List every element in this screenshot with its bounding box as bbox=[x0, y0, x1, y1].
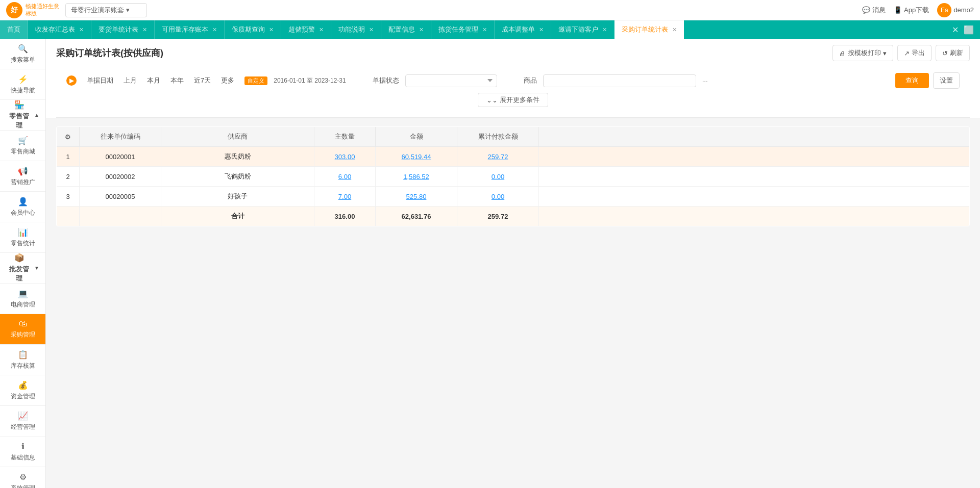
tab-close-invite[interactable]: ✕ bbox=[602, 27, 607, 33]
table-row[interactable]: 3 00020005 好孩子 7.00 525.80 0.00 bbox=[57, 187, 970, 207]
row-paid: 259.72 bbox=[457, 147, 539, 167]
filter-area: ▶ 单据日期 上月 本月 本年 近7天 更多 自定义 2016-01-01 至 … bbox=[56, 66, 970, 118]
shortcut-this-month[interactable]: 本月 bbox=[143, 75, 164, 86]
tab-close-picking[interactable]: ✕ bbox=[482, 27, 487, 33]
export-button[interactable]: ↗ 导出 bbox=[897, 45, 932, 61]
footer-label: 合计 bbox=[161, 207, 314, 226]
status-select[interactable] bbox=[405, 74, 497, 87]
footer-qty: 316.00 bbox=[314, 207, 376, 226]
settings-col-header[interactable]: ⚙ bbox=[57, 127, 80, 147]
sidebar-item-retail[interactable]: 🏪 零售管理 ▲ bbox=[0, 100, 45, 131]
goods-filter-label: 商品 bbox=[524, 76, 537, 85]
ellipsis-icon[interactable]: ··· bbox=[702, 77, 708, 85]
row-qty: 6.00 bbox=[314, 167, 376, 187]
sidebar-item-ecommerce[interactable]: 💻 电商管理 bbox=[0, 284, 45, 314]
tab-overstock[interactable]: 超储预警 ✕ bbox=[281, 20, 331, 39]
finance-icon: 💰 bbox=[18, 380, 28, 390]
user-menu[interactable]: Ea demo2 bbox=[937, 3, 974, 17]
tab-close-overstock[interactable]: ✕ bbox=[319, 27, 324, 33]
tab-close-shelf-life[interactable]: ✕ bbox=[269, 27, 274, 33]
row-supplier: 惠氏奶粉 bbox=[161, 147, 314, 167]
expand-more-button[interactable]: ⌄⌄ 展开更多条件 bbox=[478, 93, 548, 107]
download-icon: 📱 bbox=[894, 6, 902, 14]
top-bar: 好 畅捷通好生意 标版 母婴行业演示账套 ▾ 💬 消息 📱 App下载 Ea d… bbox=[0, 0, 980, 20]
row-qty: 303.00 bbox=[314, 147, 376, 167]
goods-input[interactable] bbox=[543, 74, 696, 87]
tab-function-desc[interactable]: 功能说明 ✕ bbox=[331, 20, 381, 39]
sidebar-item-marketing[interactable]: 📢 营销推广 bbox=[0, 161, 45, 192]
tab-close-config[interactable]: ✕ bbox=[419, 27, 424, 33]
nav-selector[interactable]: 母婴行业演示账套 ▾ bbox=[65, 3, 147, 17]
tab-cost-adjust[interactable]: 成本调整单 ✕ bbox=[495, 20, 551, 39]
sidebar-item-finance[interactable]: 💰 资金管理 bbox=[0, 375, 45, 406]
sidebar-item-purchase[interactable]: 🛍 采购管理 bbox=[0, 314, 45, 345]
row-num: 1 bbox=[57, 147, 80, 167]
app-download-button[interactable]: 📱 App下载 bbox=[894, 6, 929, 15]
row-amount: 525.80 bbox=[376, 187, 457, 207]
col-header-code: 往来单位编码 bbox=[80, 127, 161, 147]
page-actions: 🖨 按模板打印 ▾ ↗ 导出 ↺ 刷新 bbox=[832, 45, 970, 61]
col-header-extra bbox=[539, 127, 970, 147]
sidebar-item-operations[interactable]: 📈 经营管理 bbox=[0, 406, 45, 436]
shortcut-last-month[interactable]: 上月 bbox=[119, 75, 141, 86]
shortcut-more[interactable]: 更多 bbox=[217, 75, 238, 86]
tab-close-all-button[interactable]: ✕ bbox=[950, 23, 961, 37]
shortcut-this-year[interactable]: 本年 bbox=[166, 75, 188, 86]
tab-close-inventory[interactable]: ✕ bbox=[212, 27, 217, 33]
column-settings-icon[interactable]: ⚙ bbox=[65, 133, 71, 141]
tab-close-cost[interactable]: ✕ bbox=[539, 27, 544, 33]
tab-invite-downstream[interactable]: 邀请下游客户 ✕ bbox=[551, 20, 615, 39]
col-header-qty: 主数量 bbox=[314, 127, 376, 147]
table-row[interactable]: 1 00020001 惠氏奶粉 303.00 60,519.44 259.72 bbox=[57, 147, 970, 167]
sidebar-item-member[interactable]: 👤 会员中心 bbox=[0, 192, 45, 222]
table-row[interactable]: 2 00020002 飞鹤奶粉 6.00 1,586.52 0.00 bbox=[57, 167, 970, 187]
sidebar-item-search[interactable]: 🔍 搜索菜单 bbox=[0, 39, 45, 69]
tab-picking-task[interactable]: 拣货任务管理 ✕ bbox=[431, 20, 495, 39]
sidebar-item-retail-store[interactable]: 🛒 零售商城 bbox=[0, 131, 45, 161]
main-layout: 🔍 搜索菜单 ⚡ 快捷导航 🏪 零售管理 ▲ 🛒 零售商城 📢 营销推广 👤 会… bbox=[0, 39, 980, 488]
template-print-button[interactable]: 🖨 按模板打印 ▾ bbox=[832, 45, 893, 61]
sidebar-item-basic-info[interactable]: ℹ 基础信息 bbox=[0, 436, 45, 467]
search-button[interactable]: 查询 bbox=[895, 73, 929, 88]
export-icon: ↗ bbox=[904, 49, 910, 57]
message-icon: 💬 bbox=[862, 6, 870, 14]
status-filter-label: 单据状态 bbox=[373, 76, 399, 85]
logo-area: 好 畅捷通好生意 标版 bbox=[6, 2, 59, 18]
logo-text: 畅捷通好生意 标版 bbox=[26, 3, 59, 16]
tab-config-info[interactable]: 配置信息 ✕ bbox=[381, 20, 431, 39]
settings-button[interactable]: 设置 bbox=[933, 72, 960, 89]
filter-toggle-button[interactable]: ▶ bbox=[66, 75, 77, 86]
sidebar-item-wholesale[interactable]: 📦 批发管理 ▼ bbox=[0, 253, 45, 284]
tab-receive-summary[interactable]: 收发存汇总表 ✕ bbox=[28, 20, 91, 39]
avatar: Ea bbox=[937, 3, 951, 17]
shortcut-7days[interactable]: 近7天 bbox=[190, 75, 215, 86]
expand-icon: ⌄⌄ bbox=[486, 96, 498, 104]
refresh-button[interactable]: ↺ 刷新 bbox=[936, 45, 970, 61]
message-button[interactable]: 💬 消息 bbox=[862, 6, 886, 15]
tab-inventory-account[interactable]: 可用量库存账本 ✕ bbox=[155, 20, 225, 39]
chevron-down-icon: ▼ bbox=[34, 265, 39, 271]
tab-close-receive-summary[interactable]: ✕ bbox=[79, 27, 84, 33]
row-qty: 7.00 bbox=[314, 187, 376, 207]
col-header-amount: 金额 bbox=[376, 127, 457, 147]
tab-order-summary[interactable]: 要货单统计表 ✕ bbox=[91, 20, 155, 39]
tab-shelf-life[interactable]: 保质期查询 ✕ bbox=[225, 20, 281, 39]
row-code: 00020002 bbox=[80, 167, 161, 187]
tab-close-purchase[interactable]: ✕ bbox=[672, 27, 677, 33]
tab-restore-button[interactable]: ⬜ bbox=[962, 23, 976, 37]
tab-home[interactable]: 首页 bbox=[0, 20, 28, 39]
sidebar-item-inventory[interactable]: 📋 库存核算 bbox=[0, 345, 45, 375]
ecommerce-icon: 💻 bbox=[18, 289, 28, 298]
tab-close-order-summary[interactable]: ✕ bbox=[142, 27, 147, 33]
info-icon: ℹ bbox=[21, 442, 24, 451]
tab-bar-controls: ✕ ⬜ bbox=[946, 23, 980, 37]
gear-icon: ⚙ bbox=[19, 472, 27, 482]
sidebar-item-system[interactable]: ⚙ 系统管理 bbox=[0, 467, 45, 488]
sidebar-item-retail-stats[interactable]: 📊 零售统计 bbox=[0, 222, 45, 253]
print-icon: 🖨 bbox=[839, 49, 846, 57]
sidebar-item-quick-nav[interactable]: ⚡ 快捷导航 bbox=[0, 69, 45, 100]
page-header: 采购订单统计表(按供应商) 🖨 按模板打印 ▾ ↗ 导出 ↺ 刷新 bbox=[46, 39, 980, 118]
tab-close-function[interactable]: ✕ bbox=[369, 27, 374, 33]
tab-purchase-summary[interactable]: 采购订单统计表 ✕ bbox=[615, 20, 684, 39]
row-paid: 0.00 bbox=[457, 167, 539, 187]
